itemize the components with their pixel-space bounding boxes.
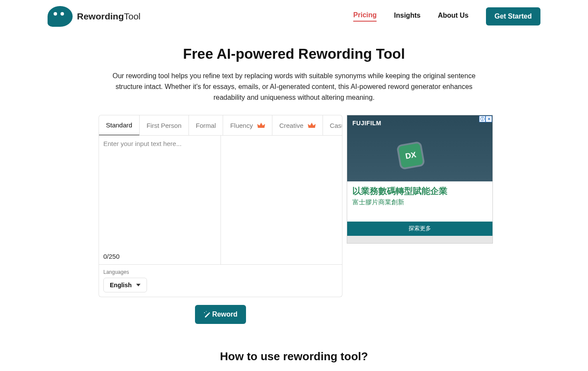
ad-control-badges: ⓘ ✕ [479,116,492,122]
ad-brand-logo: FUJIFILM [352,120,381,127]
mode-tabs: Standard First Person Formal Fluency Cre… [99,115,342,135]
logo-text-bold: Rewording [77,11,124,21]
reword-button-label: Reword [212,311,238,318]
languages-label: Languages [103,269,338,275]
crown-icon [257,122,265,128]
tab-first-person[interactable]: First Person [140,115,189,135]
tab-label: Casual [330,122,342,129]
reword-button[interactable]: Reword [195,305,246,324]
logo-text-normal: Tool [124,11,141,21]
character-count: 0/250 [103,253,120,260]
how-to-section: How to use rewording tool? [0,324,588,371]
rewording-tool: Standard First Person Formal Fluency Cre… [99,115,342,324]
hero-description: Our rewording tool helps you refine text… [104,71,484,103]
get-started-button[interactable]: Get Started [486,7,540,25]
crown-icon [308,122,316,128]
language-select[interactable]: English [103,278,147,292]
main-content: Standard First Person Formal Fluency Cre… [48,115,540,324]
ad-headline: 以業務數碼轉型賦能企業 [352,185,447,197]
nav-link-about[interactable]: About Us [438,12,469,21]
ad-cta-text: 探索更多 [409,225,431,232]
output-column [221,136,342,264]
main-nav: Pricing Insights About Us Get Started [353,7,540,25]
nav-link-pricing[interactable]: Pricing [353,11,377,22]
ad-close-icon[interactable]: ✕ [486,116,492,122]
ad-dx-badge: DX [398,143,423,168]
tab-label: Creative [279,122,304,129]
chevron-down-icon [136,284,141,286]
nav-link-insights[interactable]: Insights [394,12,420,21]
editor-row: 0/250 [99,135,342,265]
ad-content: ⓘ ✕ FUJIFILM DX 以業務數碼轉型賦能企業 富士膠片商業創新 探索更… [347,115,492,236]
tab-label: Standard [106,121,132,129]
wand-icon [204,311,211,318]
tool-footer: Languages English [99,265,342,297]
ad-info-icon[interactable]: ⓘ [479,116,486,122]
ad-subhead: 富士膠片商業創新 [352,198,404,206]
tab-label: Fluency [230,122,253,129]
input-textarea[interactable] [103,140,216,244]
tab-fluency[interactable]: Fluency [223,115,272,135]
hero-section: Free AI-powered Rewording Tool Our rewor… [95,46,493,103]
input-column: 0/250 [99,136,221,264]
logo[interactable]: RewordingTool [48,6,141,27]
section-title: How to use rewording tool? [0,350,588,363]
tab-creative[interactable]: Creative [272,115,323,135]
advertisement[interactable]: ⓘ ✕ FUJIFILM DX 以業務數碼轉型賦能企業 富士膠片商業創新 探索更… [347,115,493,244]
page-title: Free AI-powered Rewording Tool [104,46,484,62]
logo-text: RewordingTool [77,11,141,22]
tab-standard[interactable]: Standard [99,115,140,135]
tab-label: First Person [147,122,182,129]
tab-formal[interactable]: Formal [189,115,224,135]
svg-point-1 [206,311,207,312]
svg-point-0 [204,312,205,313]
reword-button-wrap: Reword [99,305,342,324]
site-header: RewordingTool Pricing Insights About Us … [0,0,588,33]
tab-label: Formal [196,122,216,129]
language-selected: English [110,282,132,289]
logo-icon [48,6,73,27]
tab-casual[interactable]: Casual [323,115,342,135]
